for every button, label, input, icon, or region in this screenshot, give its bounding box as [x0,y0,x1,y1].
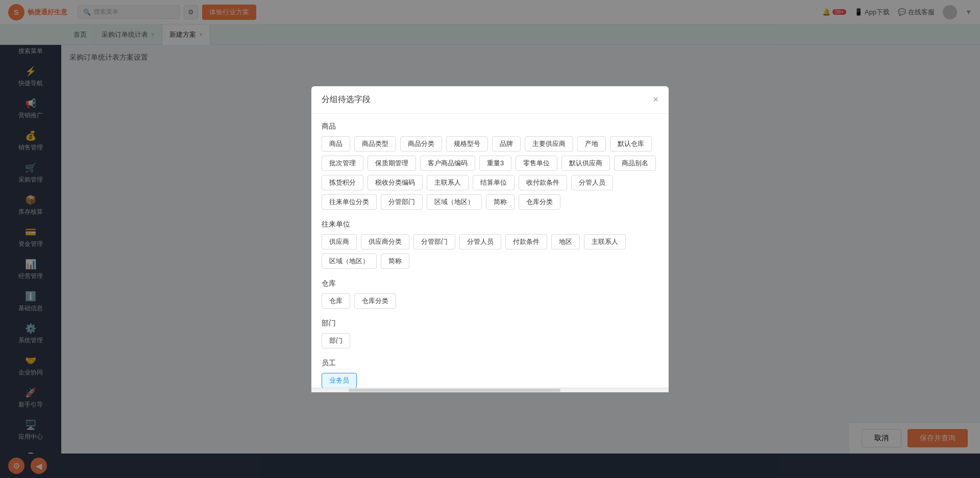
field-tag[interactable]: 业务员 [322,373,357,388]
modal-body: 商品商品商品类型商品分类规格型号品牌主要供应商产地默认仓库批次管理保质期管理客户… [311,114,669,388]
field-tag[interactable]: 分管部门 [381,194,423,210]
field-tag[interactable]: 主要供应商 [525,136,573,152]
field-tag[interactable]: 重量3 [479,156,511,171]
field-tag[interactable]: 主联系人 [584,234,626,249]
field-tag[interactable]: 零售单位 [516,156,557,171]
modal-close-button[interactable]: × [653,95,658,104]
field-tags-warehouse: 仓库仓库分类 [322,293,658,309]
field-tag[interactable]: 拣货积分 [322,175,363,190]
modal-overlay: 分组待选字段 × 商品商品商品类型商品分类规格型号品牌主要供应商产地默认仓库批次… [0,0,980,478]
field-tag[interactable]: 分管人员 [459,234,501,249]
field-tag[interactable]: 默认仓库 [610,136,652,152]
field-tag[interactable]: 部门 [322,333,350,348]
field-tags-department: 部门 [322,333,658,348]
field-tag[interactable]: 区域（地区） [322,254,377,269]
field-tags-partner: 供应商供应商分类分管部门分管人员付款条件地区主联系人区域（地区）简称 [322,234,658,269]
section-warehouse: 仓库仓库仓库分类 [322,279,658,309]
modal-scroll-track [311,388,669,392]
section-title-product: 商品 [322,122,658,131]
field-tag[interactable]: 仓库分类 [354,293,396,309]
field-tag[interactable]: 产地 [577,136,606,152]
field-tag[interactable]: 地区 [551,234,580,249]
field-tag[interactable]: 收付款条件 [519,175,567,190]
section-product: 商品商品商品类型商品分类规格型号品牌主要供应商产地默认仓库批次管理保质期管理客户… [322,122,658,210]
field-tag[interactable]: 简称 [381,254,409,269]
field-tag[interactable]: 批次管理 [322,156,363,171]
section-partner: 往来单位供应商供应商分类分管部门分管人员付款条件地区主联系人区域（地区）简称 [322,220,658,269]
modal-title: 分组待选字段 [322,94,371,105]
field-tag[interactable]: 商品 [322,136,350,152]
field-tag[interactable]: 简称 [486,194,514,210]
field-tag[interactable]: 区域（地区） [427,194,482,210]
field-tag[interactable]: 结算单位 [473,175,514,190]
field-tag[interactable]: 商品别名 [614,156,656,171]
field-tag[interactable]: 付款条件 [505,234,547,249]
field-tag[interactable]: 仓库 [322,293,350,309]
field-tag[interactable]: 供应商 [322,234,357,249]
section-employee: 员工业务员 [322,359,658,388]
field-tags-employee: 业务员 [322,373,658,388]
field-tag[interactable]: 仓库分类 [519,194,560,210]
field-tag[interactable]: 主联系人 [427,175,469,190]
field-tag[interactable]: 商品类型 [354,136,396,152]
section-department: 部门部门 [322,319,658,348]
field-tag[interactable]: 品牌 [492,136,521,152]
section-title-employee: 员工 [322,359,658,368]
modal-dialog: 分组待选字段 × 商品商品商品类型商品分类规格型号品牌主要供应商产地默认仓库批次… [311,86,669,392]
field-tag[interactable]: 规格型号 [446,136,488,152]
section-title-department: 部门 [322,319,658,328]
section-title-warehouse: 仓库 [322,279,658,288]
field-tag[interactable]: 往来单位分类 [322,194,377,210]
field-tag[interactable]: 分管部门 [413,234,455,249]
field-tag[interactable]: 默认供应商 [561,156,610,171]
field-tag[interactable]: 商品分类 [400,136,442,152]
field-tag[interactable]: 税收分类编码 [368,175,423,190]
field-tag[interactable]: 分管人员 [571,175,613,190]
field-tag[interactable]: 客户商品编码 [420,156,475,171]
modal-header: 分组待选字段 × [311,86,669,114]
section-title-partner: 往来单位 [322,220,658,229]
field-tag[interactable]: 供应商分类 [361,234,409,249]
modal-scroll-thumb [349,389,560,392]
field-tag[interactable]: 保质期管理 [368,156,416,171]
field-tags-product: 商品商品类型商品分类规格型号品牌主要供应商产地默认仓库批次管理保质期管理客户商品… [322,136,658,210]
